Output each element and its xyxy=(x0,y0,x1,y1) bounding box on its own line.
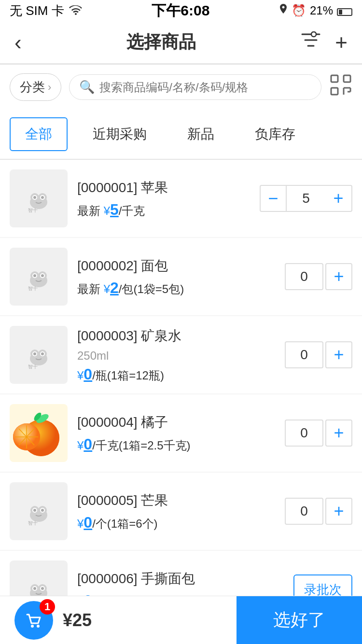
svg-point-51 xyxy=(41,509,44,512)
battery-icon xyxy=(337,4,352,17)
product-controls: + xyxy=(285,498,352,525)
svg-rect-6 xyxy=(331,88,338,95)
increase-button[interactable]: + xyxy=(325,185,352,212)
product-thumbnail: 智十 xyxy=(10,248,68,306)
table-row: 智十 [0000005] 芒果 ¥0/个(1箱=6个) + xyxy=(0,473,362,550)
increase-button[interactable]: + xyxy=(325,263,352,290)
svg-point-59 xyxy=(41,587,44,590)
increase-button[interactable]: + xyxy=(325,341,352,368)
category-label: 分类 xyxy=(20,79,45,96)
svg-text:智十: 智十 xyxy=(28,520,38,526)
product-controls: + xyxy=(285,420,352,447)
svg-point-62 xyxy=(37,625,40,628)
svg-rect-5 xyxy=(344,75,350,82)
product-price: 最新 ¥2/包(1袋=5包) xyxy=(77,279,275,297)
nav-bar: ‹ 选择商品 + xyxy=(0,21,362,64)
page-title: 选择商品 xyxy=(126,30,196,54)
tab-negative[interactable]: 负库存 xyxy=(239,117,311,151)
svg-point-24 xyxy=(33,274,36,277)
search-icon: 🔍 xyxy=(79,80,95,95)
product-info: [0000002] 面包 最新 ¥2/包(1袋=5包) xyxy=(77,257,275,297)
product-price: ¥0/瓶(1箱=12瓶) xyxy=(77,365,275,383)
product-price: ¥0/个(1箱=6个) xyxy=(77,514,275,532)
svg-point-58 xyxy=(33,587,36,590)
product-controls: + xyxy=(285,263,352,290)
filter-icon[interactable] xyxy=(301,31,320,53)
category-button[interactable]: 分类 › xyxy=(10,73,61,101)
filter-tabs: 全部 近期采购 新品 负库存 xyxy=(0,110,362,160)
product-list: 智十 [0000001] 苹果 最新 ¥5/千克 − + xyxy=(0,160,362,644)
product-thumbnail: 智十 xyxy=(10,482,68,540)
bottom-bar: 1 ¥25 选好了 xyxy=(0,596,362,644)
quantity-input[interactable] xyxy=(285,263,323,290)
back-button[interactable]: ‹ xyxy=(14,30,22,55)
search-input[interactable] xyxy=(99,81,311,94)
table-row: 智十 [0000002] 面包 最新 ¥2/包(1袋=5包) + xyxy=(0,238,362,315)
product-price: 最新 ¥5/千克 xyxy=(77,201,250,219)
product-name: [0000001] 苹果 xyxy=(77,179,250,197)
product-name: [0000004] 橘子 xyxy=(77,413,275,432)
confirm-button[interactable]: 选好了 xyxy=(237,596,362,644)
table-row: [0000004] 橘子 ¥0/千克(1箱=2.5千克) + xyxy=(0,394,362,472)
increase-button[interactable]: + xyxy=(325,498,352,525)
quantity-input[interactable] xyxy=(285,341,323,368)
add-button[interactable]: + xyxy=(335,30,348,55)
tab-all[interactable]: 全部 xyxy=(10,117,68,151)
tab-new[interactable]: 新品 xyxy=(172,117,230,151)
tab-recent[interactable]: 近期采购 xyxy=(77,117,162,151)
svg-point-16 xyxy=(33,196,36,199)
svg-point-25 xyxy=(41,274,44,277)
wifi-icon xyxy=(69,3,83,18)
svg-text:智十: 智十 xyxy=(28,364,38,369)
cart-badge: 1 xyxy=(40,599,55,615)
svg-point-33 xyxy=(41,352,44,355)
search-bar: 分类 › 🔍 xyxy=(0,65,362,110)
status-right: ⏰ 21% xyxy=(279,4,352,17)
alarm-icon: ⏰ xyxy=(292,4,306,17)
svg-point-61 xyxy=(31,625,34,628)
cart-button[interactable]: 1 xyxy=(14,601,53,640)
cart-section: 1 ¥25 xyxy=(0,601,92,640)
quantity-input[interactable] xyxy=(285,420,323,447)
svg-point-50 xyxy=(33,509,36,512)
product-info: [0000001] 苹果 最新 ¥5/千克 xyxy=(77,179,250,219)
status-bar: 无 SIM 卡 下午6:08 ⏰ 21% xyxy=(0,0,362,21)
product-name: [0000006] 手撕面包 xyxy=(77,570,284,588)
location-icon xyxy=(279,4,288,17)
cart-total: ¥25 xyxy=(63,610,92,630)
product-controls: + xyxy=(285,341,352,368)
quantity-input[interactable] xyxy=(287,185,325,212)
table-row: 智十 [0000003] 矿泉水 250ml ¥0/瓶(1箱=12瓶) + xyxy=(0,316,362,393)
product-thumbnail: 智十 xyxy=(10,169,68,227)
status-left: 无 SIM 卡 xyxy=(10,2,83,19)
scan-icon[interactable] xyxy=(329,73,352,101)
product-info: [0000005] 芒果 ¥0/个(1箱=6个) xyxy=(77,491,275,532)
product-info: [0000004] 橘子 ¥0/千克(1箱=2.5千克) xyxy=(77,413,275,453)
nav-actions: + xyxy=(301,30,348,55)
product-name: [0000002] 面包 xyxy=(77,257,275,275)
table-row: 智十 [0000001] 苹果 最新 ¥5/千克 − + xyxy=(0,160,362,237)
product-thumbnail xyxy=(10,404,68,462)
search-input-wrap: 🔍 xyxy=(69,74,321,100)
battery-text: 21% xyxy=(310,4,333,17)
product-thumbnail: 智十 xyxy=(10,326,68,384)
carrier-text: 无 SIM 卡 xyxy=(10,2,64,19)
chevron-right-icon: › xyxy=(48,81,51,94)
product-price: ¥0/千克(1箱=2.5千克) xyxy=(77,435,275,453)
decrease-button[interactable]: − xyxy=(260,185,287,212)
status-time: 下午6:08 xyxy=(152,1,209,21)
product-controls: − + xyxy=(260,185,352,212)
increase-button[interactable]: + xyxy=(325,420,352,447)
svg-point-3 xyxy=(311,32,316,37)
product-info: [0000003] 矿泉水 250ml ¥0/瓶(1箱=12瓶) xyxy=(77,327,275,383)
product-name: [0000003] 矿泉水 xyxy=(77,327,275,345)
quantity-input[interactable] xyxy=(285,498,323,525)
product-name: [0000005] 芒果 xyxy=(77,491,275,510)
svg-point-32 xyxy=(33,352,36,355)
svg-text:智十: 智十 xyxy=(28,286,38,291)
svg-point-17 xyxy=(41,196,44,199)
svg-text:智十: 智十 xyxy=(28,208,38,213)
product-spec: 250ml xyxy=(77,349,275,363)
svg-rect-4 xyxy=(331,75,338,82)
